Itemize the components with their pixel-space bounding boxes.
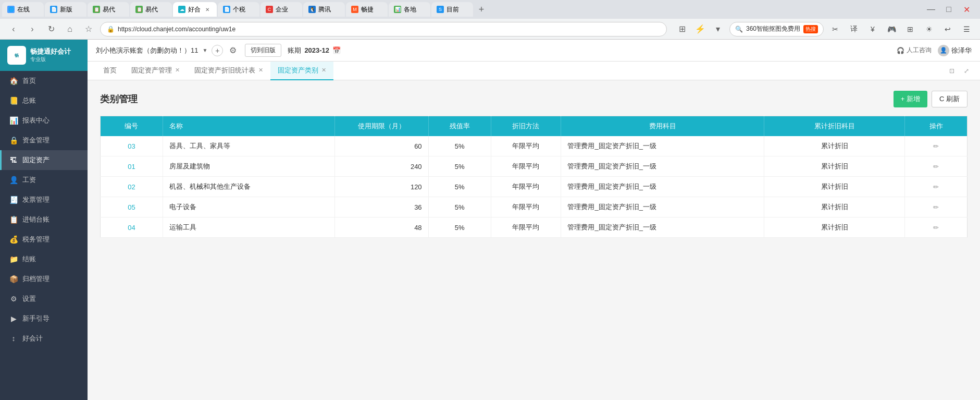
browser-tab-yidai1[interactable]: 📋 易代: [88, 2, 129, 17]
menu-icon[interactable]: ☰: [959, 22, 974, 37]
window-expand-button[interactable]: ⤢: [961, 66, 972, 76]
sidebar-item-fund[interactable]: 🔒 资金管理: [0, 130, 88, 150]
cell-action-4: ✏: [905, 217, 967, 238]
edit-button-0[interactable]: ✏: [933, 142, 939, 150]
sidebar-item-fixed-assets[interactable]: 🏗 固定资产: [0, 150, 88, 170]
edit-button-3[interactable]: ✏: [933, 203, 939, 211]
sidebar-item-payroll[interactable]: 👤 工资: [0, 170, 88, 190]
browser-tab-haohe[interactable]: ☁ 好合 ✕: [173, 2, 217, 17]
sidebar-label-ledger: 总账: [22, 96, 36, 105]
browser-tab-yidai2[interactable]: 📋 易代: [130, 2, 172, 17]
reload-button[interactable]: ↻: [44, 22, 58, 37]
table-header: 编号 名称 使用期限（月） 残值率 折旧方法 费用科目 累计折旧科目 操作: [101, 116, 967, 137]
sidebar-item-archive[interactable]: 📦 归档管理: [0, 269, 88, 289]
tab-fixed-assets-category-close[interactable]: ✕: [321, 67, 326, 74]
sidebar-item-settings[interactable]: ⚙ 设置: [0, 289, 88, 309]
tab-home[interactable]: 首页: [96, 62, 124, 80]
browser-tab-changjie[interactable]: M 畅捷: [346, 2, 388, 17]
tab-fixed-assets-category[interactable]: 固定资产类别 ✕: [270, 62, 333, 80]
window-minimize-button[interactable]: —: [924, 2, 938, 17]
sidebar-item-tax[interactable]: 💰 税务管理: [0, 229, 88, 249]
tab-depreciation-stat-close[interactable]: ✕: [258, 67, 263, 74]
calendar-icon[interactable]: 📅: [332, 46, 341, 54]
add-button[interactable]: + 新增: [894, 91, 927, 107]
cell-months-1: 240: [334, 156, 428, 177]
expand-icon[interactable]: ▾: [711, 22, 725, 37]
company-settings-button[interactable]: ⚙: [227, 45, 239, 56]
sidebar-item-purchase-sales[interactable]: 📋 进销台账: [0, 210, 88, 229]
tab-home-label: 首页: [103, 66, 117, 75]
cell-accum-3: 累计折旧: [764, 197, 905, 217]
section-header: 类别管理 + 新增 C 刷新: [100, 91, 967, 107]
tab-fixed-assets-mgmt-close[interactable]: ✕: [175, 67, 180, 74]
company-dropdown-icon[interactable]: ▼: [202, 47, 207, 53]
browser-tab-geshui[interactable]: 📄 个税: [218, 2, 259, 17]
window-maximize-button[interactable]: □: [941, 2, 956, 17]
archive-icon: 📦: [9, 274, 18, 284]
browser-tab-xin[interactable]: 📄 新版: [45, 2, 86, 17]
cell-code-0[interactable]: 03: [101, 136, 163, 156]
sidebar-item-closing[interactable]: 📁 结账: [0, 249, 88, 269]
edit-button-2[interactable]: ✏: [933, 183, 939, 191]
edit-button-4[interactable]: ✏: [933, 224, 939, 232]
tab-depreciation-stat[interactable]: 固定资产折旧统计表 ✕: [187, 62, 270, 80]
currency-icon[interactable]: ¥: [865, 22, 880, 37]
add-company-button[interactable]: +: [212, 45, 223, 56]
bookmark-button[interactable]: ☆: [81, 22, 96, 37]
hot-badge: 热搜: [803, 25, 818, 33]
tab-title-yidai2: 易代: [145, 5, 167, 14]
brightness-icon[interactable]: ☀: [922, 22, 936, 37]
tab-fixed-assets-mgmt[interactable]: 固定资产管理 ✕: [124, 62, 187, 80]
window-restore-button[interactable]: ⊡: [947, 66, 957, 76]
forward-button[interactable]: ›: [25, 22, 40, 37]
scissors-icon[interactable]: ✂: [828, 22, 842, 37]
ssl-lock-icon: 🔒: [107, 26, 115, 33]
window-close-button[interactable]: ✕: [959, 2, 974, 17]
period-label: 账期: [288, 46, 301, 55]
undo-icon[interactable]: ↩: [940, 22, 955, 37]
tab-close-haohe[interactable]: ✕: [203, 5, 212, 14]
browser-tab-gedi[interactable]: 📊 各地: [389, 2, 430, 17]
sidebar-label-payroll: 工资: [22, 175, 36, 185]
tax-icon: 💰: [9, 235, 18, 244]
period-info: 账期 2023-12 📅: [288, 46, 341, 55]
table-row: 01 房屋及建筑物 240 5% 年限平均 管理费用_固定资产折旧_一级 累计折…: [101, 156, 967, 177]
sidebar-item-guide[interactable]: ▶ 新手引导: [0, 309, 88, 329]
cell-code-1[interactable]: 01: [101, 156, 163, 177]
sidebar-item-home[interactable]: 🏠 首页: [0, 71, 88, 91]
user-button[interactable]: 👤 徐泽华: [938, 45, 972, 56]
cell-code-2[interactable]: 02: [101, 177, 163, 197]
sidebar-label-archive: 归档管理: [22, 274, 49, 284]
site-settings-icon[interactable]: ⊞: [675, 22, 690, 37]
sidebar-item-report[interactable]: 📊 报表中心: [0, 111, 88, 130]
browser-tab-qiye[interactable]: C 企业: [260, 2, 302, 17]
browser-tab-tengxun[interactable]: 🐧 腾讯: [303, 2, 345, 17]
table-row: 02 机器、机械和其他生产设备 120 5% 年限平均 管理费用_固定资产折旧_…: [101, 177, 967, 197]
sidebar-item-more[interactable]: ↕ 好会计: [0, 329, 88, 348]
logo-subtitle: 专业版: [30, 56, 71, 63]
edit-button-1[interactable]: ✏: [933, 163, 939, 171]
cell-accum-2: 累计折旧: [764, 177, 905, 197]
tab-favicon-qiye: C: [266, 6, 273, 13]
browser-tab-zaixian[interactable]: 🌐 在线: [2, 2, 44, 17]
sidebar-item-invoice[interactable]: 🧾 发票管理: [0, 190, 88, 210]
back-button[interactable]: ‹: [6, 22, 21, 37]
grid-icon[interactable]: ⊞: [903, 22, 917, 37]
cell-code-4[interactable]: 04: [101, 217, 163, 238]
url-bar[interactable]: 🔒 https://cloud.chanjet.com/accounting/u…: [100, 22, 667, 37]
browser-tab-mubiao[interactable]: S 目前: [431, 2, 473, 17]
sidebar-label-report: 报表中心: [22, 116, 49, 125]
search-section[interactable]: 🔍 360智能抠图免费用 热搜: [729, 22, 824, 37]
service-button[interactable]: 🎧 人工咨询: [897, 46, 932, 55]
sidebar-item-ledger[interactable]: 📒 总账: [0, 91, 88, 111]
translate-icon[interactable]: 译: [847, 22, 861, 37]
game-icon[interactable]: 🎮: [884, 22, 899, 37]
lightning-icon[interactable]: ⚡: [693, 22, 708, 37]
home-button[interactable]: ⌂: [63, 22, 77, 37]
tab-favicon-gedi: 📊: [394, 6, 401, 13]
cell-method-1: 年限平均: [491, 156, 561, 177]
switch-version-button[interactable]: 切到旧版: [245, 44, 281, 57]
cell-code-3[interactable]: 05: [101, 197, 163, 217]
refresh-button[interactable]: C 刷新: [932, 91, 967, 107]
new-tab-button[interactable]: +: [474, 2, 489, 17]
